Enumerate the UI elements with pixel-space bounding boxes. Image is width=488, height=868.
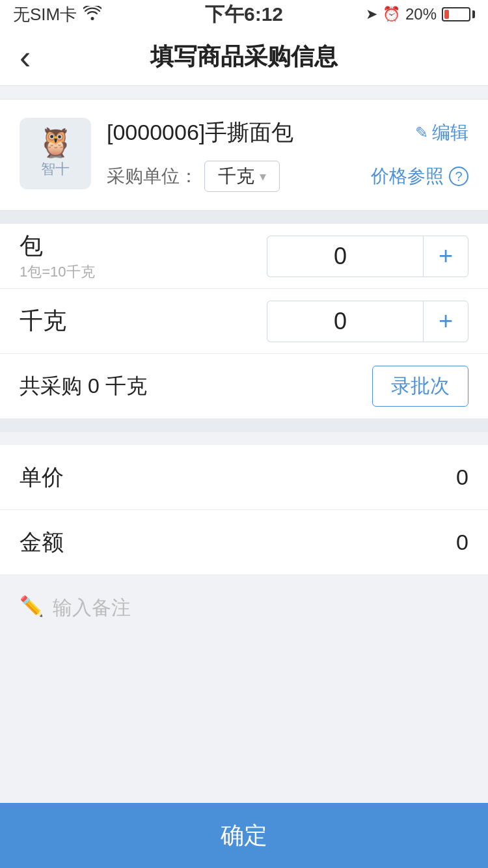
unit-price-value: 0 (456, 465, 468, 490)
remarks-section[interactable]: ✏️ 输入备注 (0, 575, 488, 705)
kg-label-main: 千克 (20, 305, 98, 337)
confirm-button[interactable]: 确定 (0, 803, 488, 868)
bag-quantity-input[interactable] (267, 236, 423, 277)
kg-quantity-input[interactable] (267, 301, 423, 342)
carrier-label: 无SIM卡 (13, 3, 77, 26)
product-logo-icon: 🦉 (38, 128, 74, 157)
product-name: [0000006]手撕面包 (107, 118, 293, 148)
confirm-label: 确定 (221, 820, 267, 852)
product-logo-text: 智十 (41, 159, 70, 179)
total-amount-value: 0 (88, 374, 100, 398)
unit-select[interactable]: 千克 ▾ (204, 161, 280, 192)
product-name-row: [0000006]手撕面包 ✎ 编辑 (107, 118, 468, 148)
chevron-down-icon: ▾ (260, 169, 266, 184)
wifi-icon (83, 5, 102, 25)
product-info: [0000006]手撕面包 ✎ 编辑 采购单位： 千克 ▾ 价格参照 ? (107, 118, 468, 192)
product-logo: 🦉 智十 (20, 118, 91, 189)
alarm-icon: ⏰ (383, 6, 400, 23)
kg-input-row: 千克 + (0, 289, 488, 354)
edit-icon: ✎ (415, 124, 428, 142)
price-ref-button[interactable]: 价格参照 ? (371, 164, 468, 189)
nav-bar: ‹ 填写商品采购信息 (0, 29, 488, 86)
kg-plus-icon: + (439, 307, 453, 335)
kg-label: 千克 (20, 305, 98, 337)
unit-label-text: 采购单位： (107, 164, 198, 189)
unit-value: 千克 (218, 164, 254, 189)
total-unit-value: 千克 (105, 374, 147, 398)
page-title: 填写商品采购信息 (150, 41, 338, 73)
batch-button[interactable]: 录批次 (372, 366, 468, 407)
amount-value: 0 (456, 530, 468, 555)
unit-label: 采购单位： 千克 ▾ (107, 161, 280, 192)
battery-indicator (442, 7, 475, 21)
total-row: 共采购 0 千克 录批次 (0, 354, 488, 419)
bag-plus-icon: + (439, 242, 453, 270)
section-separator-2 (0, 419, 488, 432)
status-bar-left: 无SIM卡 (13, 3, 102, 26)
status-bar-right: ➤ ⏰ 20% (366, 5, 475, 23)
bag-plus-button[interactable]: + (423, 236, 468, 277)
back-button[interactable]: ‹ (20, 40, 31, 74)
pencil-icon: ✏️ (20, 595, 44, 617)
kg-controls: + (98, 301, 468, 342)
help-icon: ? (449, 167, 468, 186)
bag-label-sub: 1包=10千克 (20, 262, 98, 282)
bag-label: 包 1包=10千克 (20, 230, 98, 282)
unit-price-label: 单价 (20, 463, 64, 493)
battery-percent: 20% (405, 5, 437, 23)
product-card: 🦉 智十 [0000006]手撕面包 ✎ 编辑 采购单位： 千克 ▾ 价格参照 … (0, 99, 488, 211)
total-label: 共采购 (20, 374, 82, 398)
edit-button[interactable]: ✎ 编辑 (415, 120, 468, 145)
status-bar-time: 下午6:12 (205, 1, 283, 28)
status-bar: 无SIM卡 下午6:12 ➤ ⏰ 20% (0, 0, 488, 29)
kg-plus-button[interactable]: + (423, 301, 468, 342)
bag-controls: + (98, 236, 468, 277)
amount-label: 金额 (20, 528, 64, 558)
location-icon: ➤ (366, 6, 377, 23)
edit-label: 编辑 (432, 120, 468, 145)
batch-label: 录批次 (391, 375, 450, 396)
product-unit-row: 采购单位： 千克 ▾ 价格参照 ? (107, 161, 468, 192)
total-text: 共采购 0 千克 (20, 372, 147, 401)
price-section: 单价 0 金额 0 (0, 445, 488, 575)
bag-input-row: 包 1包=10千克 + (0, 224, 488, 289)
remarks-placeholder: 输入备注 (53, 595, 131, 621)
section-separator-1 (0, 211, 488, 224)
unit-price-row: 单价 0 (0, 445, 488, 510)
back-icon: ‹ (20, 40, 31, 74)
bag-label-main: 包 (20, 230, 98, 262)
amount-row: 金额 0 (0, 510, 488, 575)
input-section: 包 1包=10千克 + 千克 + (0, 224, 488, 354)
price-ref-label: 价格参照 (371, 164, 444, 189)
